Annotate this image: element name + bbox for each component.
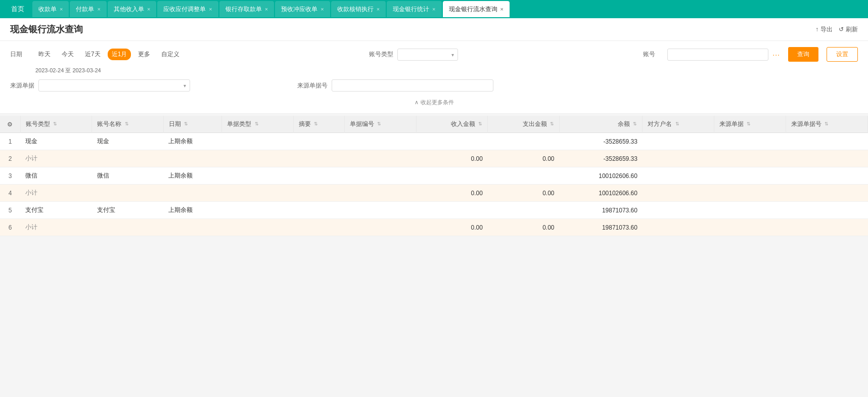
filter-area: 日期 昨天 今天 近7天 近1月 更多 自定义 账号类型 <box>0 41 868 114</box>
table-row: 6 小计 0.00 0.00 19871073.60 <box>0 219 868 236</box>
cell-idx: 5 <box>0 202 20 219</box>
nav-tab-other-income[interactable]: 其他收入单 × <box>108 1 156 17</box>
page-title: 现金银行流水查询 <box>10 23 83 35</box>
date-btn-more[interactable]: 更多 <box>134 49 154 60</box>
col-source-doc-no: 来源单据号 ⇅ <box>786 116 867 133</box>
sort-arrows-doc-no[interactable]: ⇅ <box>377 122 381 126</box>
collapse-bar[interactable]: ∧ 收起更多条件 <box>10 97 858 107</box>
cell-expense: 0.00 <box>488 150 560 167</box>
date-range-row: 2023-02-24 至 2023-03-24 <box>10 67 858 74</box>
col-account-name-label: 账号名称 <box>97 120 121 127</box>
source-doc-no-label: 来源单据号 <box>297 81 328 90</box>
close-icon[interactable]: × <box>321 6 324 12</box>
col-account-name: 账号名称 ⇅ <box>92 116 164 133</box>
cell-source-doc-no <box>786 150 867 167</box>
source-doc-no-input[interactable] <box>332 79 493 92</box>
close-icon[interactable]: × <box>147 6 150 12</box>
refresh-button[interactable]: ↺ 刷新 <box>839 25 858 34</box>
close-icon[interactable]: × <box>432 6 435 12</box>
cell-counterparty <box>643 185 714 202</box>
nav-tab-prepay[interactable]: 预收冲应收单 × <box>275 1 330 17</box>
col-balance: 余额 ⇅ <box>560 116 643 133</box>
cell-account-name: 微信 <box>92 167 164 185</box>
table-area: ⚙ 账号类型 ⇅ 账号名称 ⇅ 日期 ⇅ 单据类型 ⇅ <box>0 116 868 236</box>
page-header: 现金银行流水查询 ↑ 导出 ↺ 刷新 <box>0 18 868 41</box>
nav-tab-ar-ap-adjust[interactable]: 应收应付调整单 × <box>157 1 218 17</box>
sort-arrows-counterparty[interactable]: ⇅ <box>675 122 679 126</box>
close-icon[interactable]: × <box>265 6 268 12</box>
cell-counterparty <box>643 133 714 150</box>
export-button[interactable]: ↑ 导出 <box>815 25 833 34</box>
table-row: 2 小计 0.00 0.00 -3528659.33 <box>0 150 868 167</box>
col-date: 日期 ⇅ <box>163 116 222 133</box>
date-btn-custom[interactable]: 自定义 <box>157 49 184 60</box>
sort-arrows-source-doc-no[interactable]: ⇅ <box>825 122 829 126</box>
collapse-label: 收起更多条件 <box>421 99 454 106</box>
cell-expense <box>488 133 560 150</box>
nav-tab-receipts[interactable]: 收款单 × <box>32 1 69 17</box>
cell-income <box>416 167 488 185</box>
col-balance-label: 余额 <box>618 120 630 127</box>
cell-balance: 19871073.60 <box>560 219 643 236</box>
nav-tab-bank-deposit[interactable]: 银行存取款单 × <box>219 1 274 17</box>
col-account-type: 账号类型 ⇅ <box>20 116 92 133</box>
col-summary-label: 摘要 <box>299 120 311 127</box>
sort-arrows-date[interactable]: ⇅ <box>184 122 188 126</box>
cell-account-type: 支付宝 <box>20 202 92 219</box>
source-doc-select[interactable] <box>38 79 190 92</box>
cell-date: 上期余额 <box>163 202 222 219</box>
sort-arrows-expense[interactable]: ⇅ <box>550 122 554 126</box>
date-btn-7days[interactable]: 近7天 <box>81 49 105 60</box>
gear-icon[interactable]: ⚙ <box>7 121 13 128</box>
cell-income: 0.00 <box>416 219 488 236</box>
nav-tab-ar-ap-adjust-label: 应收应付调整单 <box>163 5 206 14</box>
table-body: 1 现金 现金 上期余额 -3528659.33 2 小计 0.00 0.00 … <box>0 133 868 236</box>
cell-idx: 6 <box>0 219 20 236</box>
cell-summary <box>294 150 345 167</box>
date-btn-yesterday[interactable]: 昨天 <box>34 49 55 60</box>
nav-tab-writeoff[interactable]: 收款核销执行 × <box>331 1 386 17</box>
close-icon[interactable]: × <box>377 6 380 12</box>
nav-tab-bank-stats[interactable]: 现金银行统计 × <box>387 1 441 17</box>
date-btn-today[interactable]: 今天 <box>58 49 78 60</box>
sort-arrows-summary[interactable]: ⇅ <box>314 122 318 126</box>
nav-home[interactable]: 首页 <box>4 0 31 18</box>
cell-expense <box>488 202 560 219</box>
close-icon[interactable]: × <box>97 6 100 12</box>
sort-arrows-income[interactable]: ⇅ <box>478 122 482 126</box>
more-dots-btn[interactable]: ··· <box>772 51 780 59</box>
sort-arrows-balance[interactable]: ⇅ <box>633 122 637 126</box>
date-label: 日期 <box>10 50 30 59</box>
sort-arrows-account-name[interactable]: ⇅ <box>125 122 129 126</box>
cell-counterparty <box>643 150 714 167</box>
cell-counterparty <box>643 167 714 185</box>
sort-arrows-account-type[interactable]: ⇅ <box>53 122 57 126</box>
cell-account-type: 小计 <box>20 150 92 167</box>
cell-doc-no <box>344 133 416 150</box>
cell-idx: 2 <box>0 150 20 167</box>
cell-date <box>163 185 222 202</box>
nav-tab-payments[interactable]: 付款单 × <box>70 1 106 17</box>
nav-tab-prepay-label: 预收冲应收单 <box>281 5 317 14</box>
settings-button[interactable]: 设置 <box>827 47 858 62</box>
query-button[interactable]: 查询 <box>788 47 818 62</box>
cell-doc-type <box>222 185 294 202</box>
cell-doc-no <box>344 219 416 236</box>
export-label: 导出 <box>820 25 833 34</box>
close-icon[interactable]: × <box>60 6 63 12</box>
table-row: 5 支付宝 支付宝 上期余额 19871073.60 <box>0 202 868 219</box>
cell-source-doc-no <box>786 219 867 236</box>
nav-tab-bank-flow[interactable]: 现金银行流水查询 × <box>443 1 510 17</box>
sort-arrows-source-doc[interactable]: ⇅ <box>747 122 751 126</box>
close-icon[interactable]: × <box>500 6 504 12</box>
cell-counterparty <box>643 219 714 236</box>
export-icon: ↑ <box>815 26 818 33</box>
cell-account-name <box>92 150 164 167</box>
cell-source-doc <box>714 185 786 202</box>
account-type-select[interactable] <box>397 49 458 61</box>
date-btn-1month[interactable]: 近1月 <box>108 49 131 60</box>
account-input[interactable] <box>667 49 768 61</box>
close-icon[interactable]: × <box>209 6 212 12</box>
sort-arrows-doc-type[interactable]: ⇅ <box>255 122 259 126</box>
col-counterparty-label: 对方户名 <box>648 120 672 127</box>
